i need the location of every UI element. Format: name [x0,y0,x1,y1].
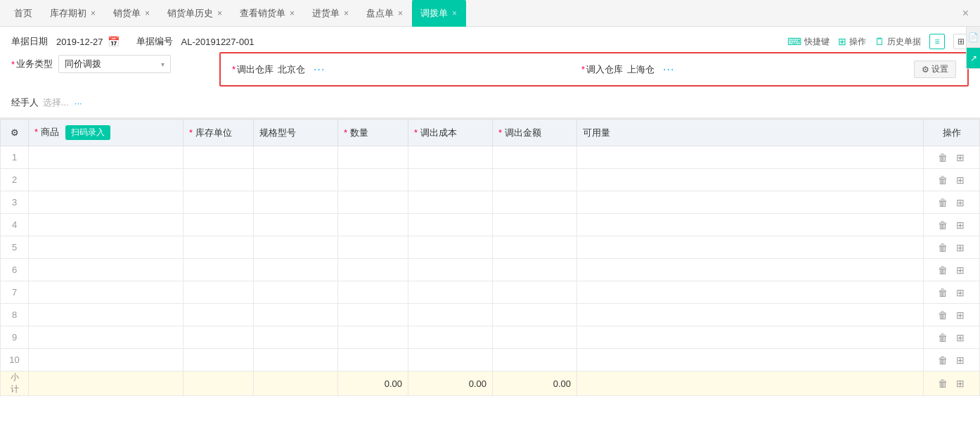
copy-row-icon[interactable]: ⊞ [953,308,967,322]
scan-entry-btn[interactable]: 扫码录入 [65,125,110,140]
close-tab-sales-history[interactable]: × [217,8,222,18]
cell-ops: 🗑 ⊞ [924,191,980,214]
table-row: 小计 0.00 0.00 0.00 🗑 ⊞ [1,371,980,396]
shortcuts-btn[interactable]: ⌨ 快捷键 [787,36,830,48]
sidebar-expand-icon[interactable]: ↗ [967,48,981,69]
delete-row-icon[interactable]: 🗑 [936,308,950,322]
view-list-btn[interactable]: ≡ [929,34,945,49]
cell-available [577,146,924,169]
handler-more-btn[interactable]: ··· [75,98,82,108]
cell-product[interactable] [29,169,183,191]
warehouse-out-more-btn[interactable]: ··· [314,63,325,76]
handler-select[interactable]: 选择... [43,96,69,109]
copy-row-icon[interactable]: ⊞ [953,151,967,165]
table-row: 4 🗑 ⊞ [1,214,980,236]
cell-available [577,349,924,371]
close-tab-sales-order[interactable]: × [145,8,150,18]
subtotal-delete-icon[interactable]: 🗑 [936,376,950,390]
tab-view-sales[interactable]: 查看销货单 × [231,0,304,27]
cell-product[interactable] [29,349,183,371]
delete-row-icon[interactable]: 🗑 [936,173,950,187]
delete-row-icon[interactable]: 🗑 [936,286,950,300]
cell-unit [183,304,254,326]
row-number: 1 [1,146,29,169]
cell-qty [338,169,408,191]
operations-btn[interactable]: ⊞ 操作 [838,36,866,48]
delete-row-icon[interactable]: 🗑 [936,331,950,345]
copy-row-icon[interactable]: ⊞ [953,218,967,232]
close-tab-purchase[interactable]: × [344,8,349,18]
chevron-down-icon: ▾ [161,60,165,68]
cell-qty [338,191,408,214]
table-row: 10 🗑 ⊞ [1,349,980,371]
cell-cost [408,191,493,214]
settings-button[interactable]: ⚙ 设置 [914,60,956,78]
business-type-select[interactable]: 同价调拨 ▾ [58,55,171,73]
cell-amount [493,169,577,191]
copy-row-icon[interactable]: ⊞ [953,331,967,345]
tab-sales-history[interactable]: 销货单历史 × [159,0,231,27]
tab-inventory-init[interactable]: 库存期初 × [41,0,105,27]
cell-qty [338,146,408,169]
cell-product[interactable] [29,259,183,281]
cell-amount [493,191,577,214]
business-type-group: * 业务类型 同价调拨 ▾ [11,55,208,73]
tab-sales-order[interactable]: 销货单 × [105,0,159,27]
doc-date-wrapper: 2019-12-27 📅 [52,36,120,47]
cell-product[interactable] [29,326,183,349]
delete-row-icon[interactable]: 🗑 [936,353,950,367]
close-tab-inventory-init[interactable]: × [91,8,96,18]
tab-purchase[interactable]: 进货单 × [304,0,358,27]
copy-row-icon[interactable]: ⊞ [953,196,967,210]
main-table: ⚙ * 商品 扫码录入 * 库存单位 规格型号 * [0,119,980,396]
tab-bar: 首页 库存期初 × 销货单 × 销货单历史 × 查看销货单 × 进货单 × 盘点… [0,0,980,27]
warehouse-in-more-btn[interactable]: ··· [663,63,674,76]
cell-product[interactable] [29,191,183,214]
calendar-icon[interactable]: 📅 [108,36,120,47]
table-row: 3 🗑 ⊞ [1,191,980,214]
cell-ops: 🗑 ⊞ [924,281,980,304]
cell-amount [493,326,577,349]
subtotal-copy-icon[interactable]: ⊞ [953,376,967,390]
cell-cost [408,146,493,169]
copy-row-icon[interactable]: ⊞ [953,263,967,277]
cell-unit [183,281,254,304]
row-number: 9 [1,326,29,349]
form-row-1: 单据日期 2019-12-27 📅 单据编号 AL-20191227-001 ⌨… [11,34,969,49]
sidebar-doc-icon[interactable]: 📄 [967,27,981,48]
close-all-tabs[interactable]: × [957,7,974,20]
copy-row-icon[interactable]: ⊞ [953,286,967,300]
gear-icon[interactable]: ⚙ [11,127,19,138]
cell-product[interactable] [29,214,183,236]
delete-row-icon[interactable]: 🗑 [936,241,950,255]
delete-row-icon[interactable]: 🗑 [936,196,950,210]
business-type-label: 业务类型 [16,58,53,70]
form-row-2: * 业务类型 同价调拨 ▾ * 调出仓库 北京仓 ··· * 调入仓库 [11,55,969,89]
gear-icon: ⚙ [922,65,929,75]
close-tab-view-sales[interactable]: × [290,8,295,18]
doc-number-group: 单据编号 AL-20191227-001 [136,35,254,48]
doc-date-label: 单据日期 [11,35,48,48]
cell-ops: 🗑 ⊞ [924,326,980,349]
cell-qty [338,304,408,326]
table-row: 1 🗑 ⊞ [1,146,980,169]
delete-row-icon[interactable]: 🗑 [936,263,950,277]
close-tab-stocktake[interactable]: × [398,8,403,18]
tab-transfer[interactable]: 调拨单 × [412,0,466,27]
cell-available [577,169,924,191]
delete-row-icon[interactable]: 🗑 [936,218,950,232]
tab-home[interactable]: 首页 [6,0,41,27]
delete-row-icon[interactable]: 🗑 [936,151,950,165]
cell-product[interactable] [29,146,183,169]
cell-product[interactable] [29,236,183,259]
cell-product[interactable] [29,281,183,304]
col-qty: * 数量 [338,120,408,146]
copy-row-icon[interactable]: ⊞ [953,241,967,255]
history-btn[interactable]: 🗒 历史单据 [875,36,921,48]
copy-row-icon[interactable]: ⊞ [953,353,967,367]
close-tab-transfer[interactable]: × [452,8,457,18]
cell-ops: 🗑 ⊞ [924,349,980,371]
cell-product[interactable] [29,304,183,326]
tab-stocktake[interactable]: 盘点单 × [358,0,412,27]
copy-row-icon[interactable]: ⊞ [953,173,967,187]
